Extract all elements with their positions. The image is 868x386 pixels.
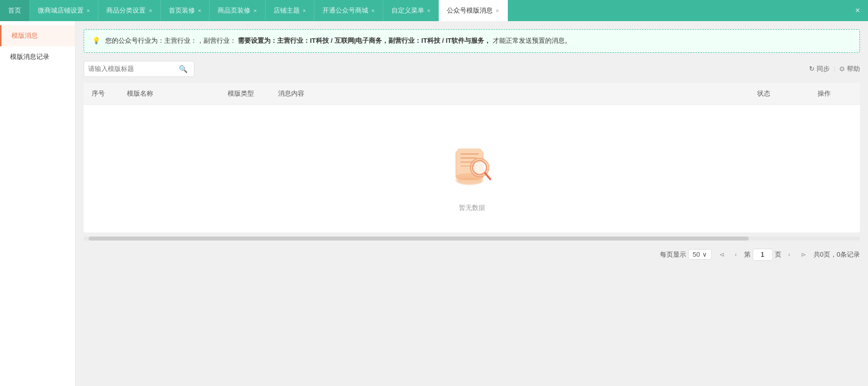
col-index: 序号 (84, 83, 119, 105)
last-page-button[interactable]: ⊳ (797, 249, 810, 261)
horizontal-scrollbar[interactable] (84, 237, 860, 241)
tab-shop-settings-close[interactable]: × (87, 8, 90, 14)
scrollbar-thumb[interactable] (89, 237, 749, 241)
help-label: 帮助 (847, 64, 860, 73)
tab-home-decor-close[interactable]: × (198, 8, 201, 14)
page-size-select: 每页显示 50 ∨ (660, 249, 711, 260)
tab-open-mall-close[interactable]: × (371, 8, 374, 14)
empty-icon (442, 135, 502, 195)
tab-open-mall-label: 开通公众号商城 (322, 6, 368, 15)
tab-open-mall[interactable]: 开通公众号商城 × (314, 0, 383, 21)
table-body: 暂无数据 (84, 104, 860, 233)
page-unit: 页 (775, 250, 781, 259)
chevron-down-icon: ∨ (702, 251, 707, 258)
tab-product-decor-close[interactable]: × (253, 8, 256, 14)
tab-custom-menu-label: 自定义菜单 (391, 6, 424, 15)
tab-template-msg-label: 公众号模版消息 (447, 6, 493, 15)
tab-home-label: 首页 (8, 6, 21, 15)
tab-category-settings-label: 商品分类设置 (106, 6, 146, 15)
sidebar: 模版消息 模版消息记录 (0, 21, 76, 386)
data-table: 序号 模版名称 模版类型 消息内容 状态 操作 (84, 83, 860, 233)
search-input-wrap[interactable]: 🔍 (84, 61, 194, 77)
page-size-dropdown[interactable]: 50 ∨ (688, 249, 711, 260)
tab-product-decor[interactable]: 商品页装修 × (210, 0, 265, 21)
tab-shop-settings[interactable]: 微商城店铺设置 × (30, 0, 98, 21)
tab-home-decor[interactable]: 首页装修 × (161, 0, 210, 21)
tab-custom-menu[interactable]: 自定义菜单 × (383, 0, 439, 21)
tab-bar-close-all[interactable]: × (847, 6, 868, 15)
search-icon[interactable]: 🔍 (179, 65, 187, 73)
empty-row: 暂无数据 (84, 104, 860, 233)
sidebar-item-template-msg-record[interactable]: 模版消息记录 (0, 46, 75, 67)
page-size-value: 50 (693, 251, 700, 258)
sync-label: 同步 (817, 64, 830, 73)
col-action: 操作 (810, 83, 860, 105)
tab-template-msg-close[interactable]: × (496, 8, 499, 14)
help-icon: ⊙ (839, 65, 845, 72)
tab-category-settings[interactable]: 商品分类设置 × (98, 0, 160, 21)
notice-suffix: 才能正常发送预置的消息。 (493, 37, 571, 44)
tab-home-decor-label: 首页装修 (169, 6, 195, 15)
first-page-button[interactable]: ⊲ (716, 249, 728, 261)
page-nav: ⊲ ‹ 第 页 › ⊳ (716, 249, 810, 261)
svg-line-10 (485, 173, 490, 179)
col-name: 模版名称 (119, 83, 220, 105)
notice-banner: 💡 您的公众号行业为：主营行业：，副营行业： 需要设置为：主营行业：IT科技 /… (84, 29, 860, 53)
notice-icon: 💡 (92, 37, 100, 44)
sidebar-item-template-msg[interactable]: 模版消息 (0, 25, 75, 46)
col-status: 状态 (749, 83, 810, 105)
notice-prefix: 您的公众号行业为：主营行业：，副营行业： (105, 37, 236, 44)
page-number-input[interactable] (753, 249, 773, 261)
page-input-wrap: 第 页 (744, 249, 781, 261)
sync-button[interactable]: ↻ 同步 (809, 64, 830, 73)
next-page-button[interactable]: › (783, 249, 795, 261)
table-wrapper: 序号 模版名称 模版类型 消息内容 状态 操作 (84, 83, 860, 233)
empty-state: 暂无数据 (84, 105, 860, 233)
tab-store-theme-close[interactable]: × (303, 8, 306, 14)
tab-shop-settings-label: 微商城店铺设置 (38, 6, 84, 15)
total-info: 共0页，0条记录 (814, 250, 860, 259)
search-actions: ↻ 同步 | ⊙ 帮助 (809, 64, 860, 73)
col-type: 模版类型 (220, 83, 270, 105)
page-label: 第 (744, 250, 751, 259)
help-button[interactable]: ⊙ 帮助 (839, 64, 860, 73)
sync-icon: ↻ (809, 65, 815, 72)
notice-highlight: 需要设置为：主营行业：IT科技 / 互联网|电子商务，副营行业：IT科技 / I… (238, 37, 491, 44)
empty-text: 暂无数据 (84, 203, 860, 212)
tab-custom-menu-close[interactable]: × (427, 8, 430, 14)
prev-page-button[interactable]: ‹ (730, 249, 742, 261)
tab-product-decor-label: 商品页装修 (218, 6, 250, 15)
pagination: 每页显示 50 ∨ ⊲ ‹ 第 页 › ⊳ 共0页，0条记录 (84, 245, 860, 265)
tab-store-theme[interactable]: 店铺主题 × (265, 0, 314, 21)
search-bar: 🔍 ↻ 同步 | ⊙ 帮助 (84, 61, 860, 77)
table-header-row: 序号 模版名称 模版类型 消息内容 状态 操作 (84, 83, 860, 105)
main-layout: 模版消息 模版消息记录 💡 您的公众号行业为：主营行业：，副营行业： 需要设置为… (0, 21, 868, 386)
sidebar-item-template-msg-label: 模版消息 (12, 32, 38, 39)
content-area: 💡 您的公众号行业为：主营行业：，副营行业： 需要设置为：主营行业：IT科技 /… (76, 21, 868, 386)
tab-bar: 首页 微商城店铺设置 × 商品分类设置 × 首页装修 × 商品页装修 × 店铺主… (0, 0, 868, 21)
action-divider: | (834, 65, 835, 72)
search-input[interactable] (88, 65, 179, 72)
sidebar-item-template-msg-record-label: 模版消息记录 (10, 53, 49, 60)
tab-template-msg[interactable]: 公众号模版消息 × (439, 0, 507, 21)
page-size-label: 每页显示 (660, 250, 686, 259)
col-content: 消息内容 (270, 83, 749, 105)
tab-store-theme-label: 店铺主题 (274, 6, 300, 15)
svg-point-11 (457, 178, 482, 184)
tab-category-close[interactable]: × (149, 8, 152, 14)
tab-home[interactable]: 首页 (0, 0, 30, 21)
table-header: 序号 模版名称 模版类型 消息内容 状态 操作 (84, 83, 860, 105)
